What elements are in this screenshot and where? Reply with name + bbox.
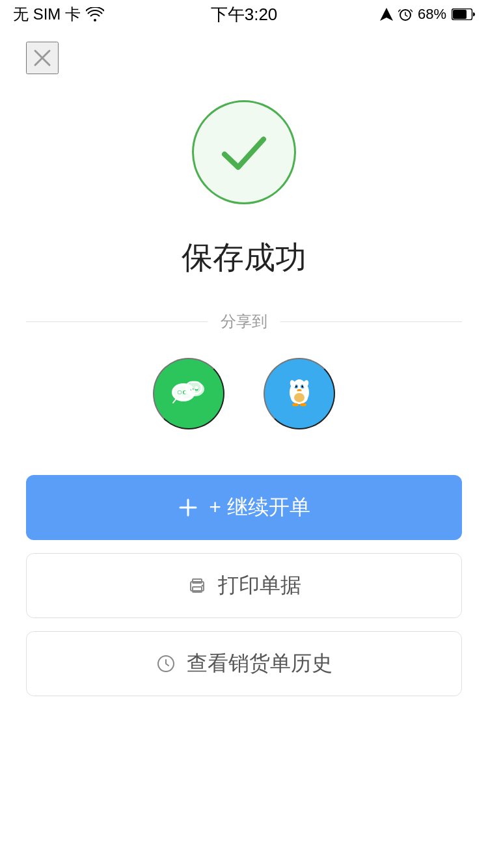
divider-line-right <box>280 321 462 322</box>
history-label: 查看销货单历史 <box>187 649 332 678</box>
svg-point-17 <box>195 386 198 389</box>
close-button[interactable] <box>26 42 59 74</box>
print-button[interactable]: 打印单据 <box>26 553 462 618</box>
no-sim-label: 无 SIM 卡 <box>13 4 81 25</box>
wechat-share-button[interactable] <box>153 358 224 429</box>
svg-point-27 <box>292 403 299 406</box>
success-title: 保存成功 <box>182 237 306 278</box>
print-label: 打印单据 <box>218 571 301 600</box>
status-left: 无 SIM 卡 <box>13 4 104 25</box>
status-bar: 无 SIM 卡 下午3:20 68% <box>0 0 488 29</box>
svg-point-36 <box>202 585 204 587</box>
alarm-icon <box>398 7 413 21</box>
action-buttons: + 继续开单 打印单据 查看销货单历史 <box>26 475 462 696</box>
share-label: 分享到 <box>221 311 267 332</box>
location-icon <box>380 8 393 21</box>
status-right: 68% <box>380 6 475 23</box>
history-icon <box>156 653 176 674</box>
success-icon-circle <box>192 100 296 204</box>
checkmark-icon <box>215 123 273 182</box>
svg-point-28 <box>300 403 306 406</box>
svg-point-15 <box>183 390 187 394</box>
qq-icon <box>278 373 321 415</box>
battery-icon <box>452 8 475 20</box>
main-content: 保存成功 分享到 <box>0 29 488 696</box>
wechat-icon <box>168 373 210 415</box>
close-icon <box>33 48 52 68</box>
plus-icon <box>178 497 198 518</box>
share-divider: 分享到 <box>26 311 462 332</box>
wifi-icon <box>86 7 104 21</box>
divider-line-left <box>26 321 208 322</box>
battery-percent: 68% <box>418 6 446 23</box>
svg-point-26 <box>294 393 305 402</box>
status-time: 下午3:20 <box>211 3 278 26</box>
svg-rect-2 <box>453 10 467 19</box>
qq-share-button[interactable] <box>264 358 335 429</box>
svg-point-14 <box>178 390 181 394</box>
svg-point-16 <box>189 386 193 389</box>
share-icons-row <box>153 358 335 429</box>
print-icon <box>187 575 208 596</box>
history-button[interactable]: 查看销货单历史 <box>26 631 462 696</box>
continue-button[interactable]: + 继续开单 <box>26 475 462 540</box>
continue-label: + 继续开单 <box>209 493 310 522</box>
